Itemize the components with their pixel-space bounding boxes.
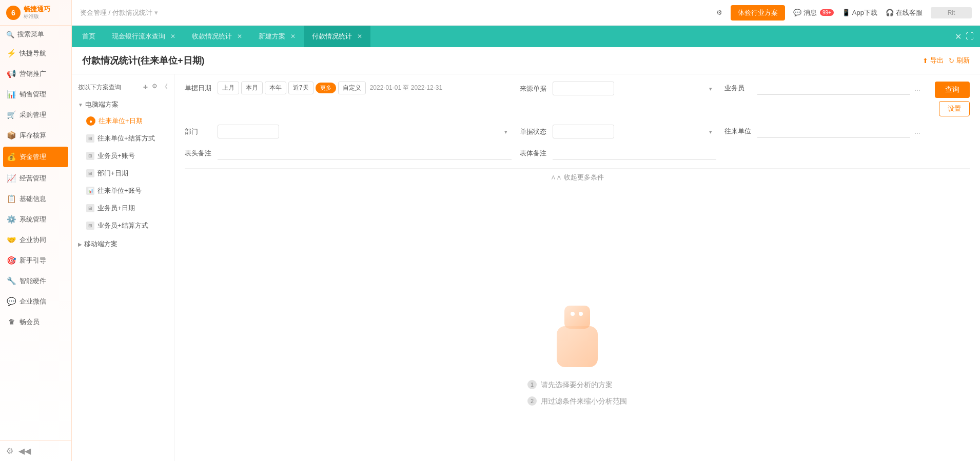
try-industry-btn[interactable]: 体验行业方案: [731, 5, 785, 21]
collapse-sidebar-btn[interactable]: ◀◀: [18, 446, 31, 456]
scheme-add-icon[interactable]: +: [143, 83, 148, 92]
tab-receipt-stats-close-icon[interactable]: ✕: [237, 33, 242, 40]
mobile-group-header[interactable]: ▶ 移动端方案: [72, 236, 174, 252]
robot-illustration: [546, 306, 608, 367]
dept-label: 部门: [185, 127, 213, 136]
counterpart-dots[interactable]: ...: [914, 127, 920, 135]
this-year-btn[interactable]: 本年: [265, 82, 286, 94]
marketing-icon: 📢: [6, 69, 16, 79]
filter-settings-btn[interactable]: 设置: [939, 101, 970, 116]
salesperson-dots[interactable]: ...: [914, 84, 920, 92]
sidebar-item-purchase[interactable]: 🛒 采购管理: [0, 105, 71, 125]
table-body-note-label: 表体备注: [520, 149, 548, 158]
scheme-item-dept-date[interactable]: ⊞ 部门+日期: [72, 165, 174, 182]
logo-badge: 标准版: [24, 13, 50, 20]
last-month-btn[interactable]: 上月: [218, 82, 239, 94]
scheme-item-sales-settle[interactable]: ⊞ 业务员+结算方式: [72, 217, 174, 234]
tabs-end: ✕ ⛶: [955, 26, 978, 47]
doc-status-select[interactable]: [553, 125, 614, 138]
filter-counterpart-item: 往来单位 ...: [724, 125, 920, 138]
sidebar-item-sales[interactable]: 📊 销售管理: [0, 84, 71, 105]
tab-payment-stats-close-icon[interactable]: ✕: [357, 33, 362, 40]
empty-tip-2: 2 用过滤条件来缩小分析范围: [527, 394, 627, 408]
sidebar-item-operation[interactable]: 📈 经营管理: [0, 168, 71, 189]
scheme-panel-icons: + ⚙ 《: [143, 83, 168, 92]
custom-btn[interactable]: 自定义: [338, 82, 366, 94]
avatar[interactable]: Rit: [931, 7, 972, 18]
scheme-settings-icon[interactable]: ⚙: [152, 83, 158, 92]
salesperson-input[interactable]: [757, 82, 911, 95]
scheme-item-sales-account[interactable]: ⊞ 业务员+账号: [72, 147, 174, 165]
collapse-more-btn[interactable]: ∧∧ 收起更多条件: [185, 168, 970, 186]
tab-bank-flow-close-icon[interactable]: ✕: [170, 33, 175, 40]
sidebar-item-vip[interactable]: ♛ 畅会员: [0, 312, 71, 332]
tab-new-scheme-close-icon[interactable]: ✕: [290, 33, 296, 40]
export-label: 导出: [930, 56, 944, 65]
empty-tip-1-text: 请先选择要分析的方案: [541, 377, 613, 392]
sidebar-bottom: ⚙ ◀◀: [0, 440, 71, 461]
sidebar-item-marketing[interactable]: 📢 营销推广: [0, 64, 71, 84]
tab-home[interactable]: 首页: [74, 26, 104, 47]
topbar-settings-btn[interactable]: ⚙: [716, 9, 722, 16]
main-area: 资金管理 / 付款情况统计 ▾ ⚙ 体验行业方案 💬 消息 99+ 📱 App下…: [72, 0, 980, 461]
sidebar-item-fund[interactable]: 💰 资金管理: [3, 147, 68, 167]
tabs-expand-icon[interactable]: ⛶: [966, 32, 974, 41]
counterpart-input[interactable]: [757, 125, 911, 138]
online-service-btn[interactable]: 🎧 在线客服: [886, 8, 923, 17]
logo-name: 畅捷通巧: [24, 5, 50, 13]
operation-label: 经营管理: [19, 174, 46, 183]
wechat-label: 企业微信: [19, 297, 46, 306]
scheme-item-sales-date[interactable]: ⊞ 业务员+日期: [72, 199, 174, 217]
page-header-actions: ⬆ 导出 ↻ 刷新: [923, 56, 970, 65]
export-icon: ⬆: [923, 57, 928, 65]
sidebar-item-base-info[interactable]: 📋 基础信息: [0, 189, 71, 209]
app-download-btn[interactable]: 📱 App下载: [842, 8, 877, 17]
search-menu-btn[interactable]: 🔍 搜索菜单: [0, 26, 71, 43]
empty-state: 1 请先选择要分析的方案 2 用过滤条件来缩小分析范围: [174, 254, 980, 461]
tab-receipt-stats[interactable]: 收款情况统计 ✕: [184, 26, 250, 47]
robot-head: [564, 306, 590, 329]
sidebar-item-enterprise[interactable]: 🤝 企业协同: [0, 230, 71, 250]
mobile-scheme-group: ▶ 移动端方案: [72, 236, 174, 252]
tab-home-label: 首页: [82, 32, 95, 41]
scheme-collapse-icon[interactable]: 《: [162, 83, 168, 92]
table-head-note-input[interactable]: [218, 147, 512, 160]
sidebar-item-system[interactable]: ⚙️ 系统管理: [0, 209, 71, 230]
tab-payment-stats[interactable]: 付款情况统计 ✕: [304, 26, 370, 47]
settings-bottom-icon[interactable]: ⚙: [6, 446, 13, 456]
tab-bank-flow[interactable]: 现金银行流水查询 ✕: [104, 26, 184, 47]
system-icon: ⚙️: [6, 214, 16, 225]
logo-icon: 6: [6, 6, 21, 20]
filter-doc-status-item: 单据状态: [520, 125, 716, 138]
last-7-days-btn[interactable]: 近7天: [288, 82, 313, 94]
query-btn[interactable]: 查询: [935, 82, 970, 98]
search-menu-label: 搜索菜单: [17, 30, 44, 39]
sidebar-item-quick-nav[interactable]: ⚡ 快捷导航: [0, 43, 71, 64]
more-btn[interactable]: 更多: [316, 83, 336, 93]
refresh-btn[interactable]: ↻ 刷新: [949, 56, 970, 65]
pc-group-header[interactable]: ▼ 电脑端方案: [72, 97, 174, 112]
scheme-item-unit-account[interactable]: 📊 往来单位+账号: [72, 182, 174, 199]
wechat-icon: 💬: [6, 296, 16, 307]
scheme-item-unit-settle[interactable]: ⊞ 往来单位+结算方式: [72, 130, 174, 147]
dept-select-wrap: [218, 125, 512, 138]
salesperson-label: 业务员: [724, 84, 753, 93]
tab-new-scheme[interactable]: 新建方案 ✕: [250, 26, 304, 47]
scheme-item-dept-date-label: 部门+日期: [97, 169, 128, 178]
message-btn[interactable]: 💬 消息 99+: [793, 8, 834, 17]
refresh-icon: ↻: [949, 57, 954, 65]
table-body-note-input[interactable]: [553, 147, 716, 160]
this-month-btn[interactable]: 本月: [241, 82, 263, 94]
tabs-close-all-icon[interactable]: ✕: [955, 32, 962, 42]
sidebar-item-inventory[interactable]: 📦 库存核算: [0, 125, 71, 146]
sidebar-item-new-guide[interactable]: 🎯 新手引导: [0, 250, 71, 271]
scheme-item-unit-date[interactable]: ● 往来单位+日期: [72, 112, 174, 130]
dept-select[interactable]: [218, 125, 279, 138]
inventory-label: 库存核算: [19, 131, 46, 140]
source-select[interactable]: [553, 82, 614, 95]
sidebar-item-wechat[interactable]: 💬 企业微信: [0, 291, 71, 312]
sidebar-item-smart-hw[interactable]: 🔧 智能硬件: [0, 271, 71, 291]
filter-row-1: 单据日期 上月 本月 本年 近7天 更多 自定义 2022-01-01 至 20…: [185, 82, 970, 116]
export-btn[interactable]: ⬆ 导出: [923, 56, 944, 65]
sales-account-icon: ⊞: [86, 152, 94, 160]
